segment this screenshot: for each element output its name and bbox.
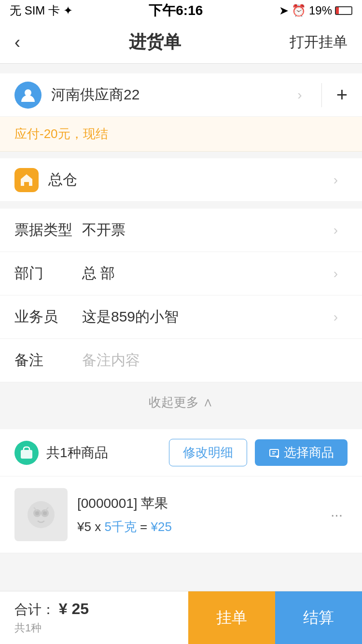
warehouse-name: 总仓 [48, 170, 334, 190]
collapse-label: 收起更多 ∧ [149, 395, 213, 409]
select-product-label: 选择商品 [284, 444, 334, 461]
total-count: 共1种 [14, 621, 174, 635]
nav-bar: ‹ 进货单 打开挂单 [0, 21, 362, 64]
divider-2 [0, 202, 362, 209]
product-more-button[interactable]: ··· [326, 502, 348, 528]
products-header: 共1种商品 修改明细 选择商品 [0, 429, 362, 476]
collapse-row[interactable]: 收起更多 ∧ [0, 382, 362, 422]
location-icon: ➤ [279, 4, 289, 17]
invoice-value: 不开票 [82, 220, 334, 240]
bottom-bar: 合计： ¥ 25 共1种 挂单 结算 [0, 591, 362, 644]
products-count: 共1种商品 [46, 444, 169, 462]
checkout-button[interactable]: 结算 [275, 591, 362, 644]
svg-point-11 [35, 511, 39, 515]
divider-1 [0, 152, 362, 158]
salesman-value: 这是859的小智 [82, 307, 334, 327]
invoice-type-row[interactable]: 票据类型 不开票 › [0, 209, 362, 252]
supplier-divider [321, 83, 322, 107]
total-amount: ¥ 25 [59, 600, 89, 617]
department-value: 总 部 [82, 264, 334, 283]
svg-rect-3 [270, 449, 278, 456]
product-thumbnail [14, 488, 68, 541]
svg-point-0 [25, 89, 31, 96]
svg-point-8 [28, 501, 55, 528]
salesman-label: 业务员 [14, 307, 82, 327]
product-info: [0000001] 苹果 ¥5 x 5千克 = ¥25 [77, 494, 326, 535]
warehouse-row[interactable]: 总仓 › [0, 158, 362, 202]
supplier-row[interactable]: 河南供应商22 › + [0, 73, 362, 117]
warehouse-icon-bg [14, 168, 39, 192]
open-pending-button[interactable]: 打开挂单 [290, 32, 348, 52]
select-product-button[interactable]: 选择商品 [255, 439, 348, 466]
department-chevron-icon: › [334, 266, 338, 281]
product-title: 苹果 [141, 496, 168, 511]
department-label: 部门 [14, 264, 82, 283]
status-time: 下午6:16 [149, 1, 203, 20]
status-left: 无 SIM 卡 ✦ [10, 3, 73, 18]
battery-icon [335, 6, 352, 15]
price-total: ¥25 [151, 519, 172, 534]
divider-top [0, 64, 362, 73]
total-amount-row: 合计： ¥ 25 [14, 600, 174, 619]
remark-label: 备注 [14, 350, 82, 370]
remark-input[interactable]: 备注内容 [82, 350, 348, 370]
price-equals: = [137, 519, 151, 534]
notice-bar: 应付-20元，现结 [0, 117, 362, 152]
svg-rect-2 [21, 450, 32, 459]
status-right: ➤ ⏰ 19% [279, 4, 352, 17]
price-unit: ¥5 [77, 519, 91, 534]
supplier-name: 河南供应商22 [51, 85, 297, 105]
alarm-icon: ⏰ [292, 4, 306, 17]
supplier-chevron-icon: › [297, 87, 302, 103]
product-code: [0000001] [77, 496, 138, 511]
product-item: [0000001] 苹果 ¥5 x 5千克 = ¥25 ··· [0, 476, 362, 553]
modify-detail-button[interactable]: 修改明细 [169, 439, 247, 466]
product-price: ¥5 x 5千克 = ¥25 [77, 518, 326, 535]
page-title: 进货单 [129, 30, 181, 54]
total-label: 合计： [14, 602, 55, 617]
pend-button[interactable]: 挂单 [188, 591, 275, 644]
sim-label: 无 SIM 卡 ✦ [10, 3, 73, 18]
invoice-chevron-icon: › [334, 223, 338, 238]
back-button[interactable]: ‹ [14, 32, 20, 53]
warehouse-chevron-icon: › [334, 172, 338, 188]
remark-row[interactable]: 备注 备注内容 [0, 339, 362, 382]
products-icon-bg [14, 441, 39, 465]
price-qty: 5千克 [104, 519, 136, 534]
bottom-total: 合计： ¥ 25 共1种 [0, 591, 188, 644]
price-multiply: x [95, 519, 104, 534]
invoice-label: 票据类型 [14, 220, 82, 240]
svg-rect-1 [24, 182, 29, 186]
svg-point-12 [43, 511, 47, 515]
salesman-chevron-icon: › [334, 309, 338, 325]
products-section: 共1种商品 修改明细 选择商品 [0, 429, 362, 553]
product-name: [0000001] 苹果 [77, 494, 326, 513]
department-row[interactable]: 部门 总 部 › [0, 252, 362, 295]
supplier-avatar [14, 82, 42, 109]
salesman-row[interactable]: 业务员 这是859的小智 › [0, 295, 362, 339]
battery-label: 19% [309, 4, 332, 17]
add-supplier-button[interactable]: + [336, 84, 348, 106]
status-bar: 无 SIM 卡 ✦ 下午6:16 ➤ ⏰ 19% [0, 0, 362, 21]
